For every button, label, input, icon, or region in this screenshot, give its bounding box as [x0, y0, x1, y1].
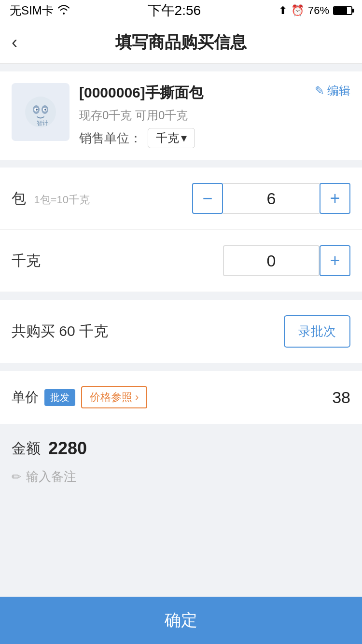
- kg-row: 千克 +: [0, 230, 362, 292]
- quantity-section: 包 1包=10千克 − + 千克 +: [0, 168, 362, 292]
- page-title: 填写商品购买信息: [115, 31, 247, 54]
- unit-label: 销售单位：: [79, 130, 142, 147]
- svg-point-6: [44, 109, 46, 111]
- product-image: 智计: [12, 83, 70, 141]
- unit-select[interactable]: 千克 ▾: [148, 128, 195, 148]
- price-label: 单价 批发 价格参照 ›: [12, 386, 147, 408]
- price-value: 38: [332, 388, 350, 407]
- edit-button[interactable]: ✎ 编辑: [315, 83, 350, 98]
- amount-section: 金额 2280 ✏ 输入备注: [0, 424, 362, 495]
- svg-point-5: [36, 109, 38, 111]
- status-right: ⬆ ⏰ 76%: [278, 4, 352, 17]
- location-icon: ⬆: [278, 4, 287, 17]
- bao-row: 包 1包=10千克 − +: [0, 168, 362, 230]
- product-card: 智计 [0000006]手撕面包 现存0千克 可用0千克 销售单位： 千克 ▾ …: [0, 71, 362, 160]
- product-unit-row: 销售单位： 千克 ▾: [79, 128, 350, 148]
- bao-increment-button[interactable]: +: [320, 183, 350, 214]
- status-left: 无SIM卡: [10, 3, 70, 18]
- svg-text:智计: 智计: [37, 120, 48, 126]
- price-section: 单价 批发 价格参照 › 38: [0, 371, 362, 424]
- product-stock: 现存0千克 可用0千克: [79, 108, 350, 123]
- note-label[interactable]: 输入备注: [26, 468, 76, 485]
- bao-control: − +: [192, 183, 350, 214]
- pencil-icon: ✏: [12, 470, 21, 484]
- product-info: [0000006]手撕面包 现存0千克 可用0千克 销售单位： 千克 ▾: [79, 83, 350, 148]
- status-bar: 无SIM卡 下午2:56 ⬆ ⏰ 76%: [0, 0, 362, 21]
- status-time: 下午2:56: [148, 1, 201, 20]
- wifi-icon: [57, 4, 70, 17]
- bao-input[interactable]: [223, 183, 320, 214]
- amount-row: 金额 2280: [12, 438, 350, 459]
- confirm-button[interactable]: 确定: [0, 597, 362, 644]
- price-badge: 批发: [44, 389, 75, 406]
- bao-label: 包 1包=10千克: [12, 189, 192, 209]
- alarm-icon: ⏰: [291, 4, 304, 17]
- product-name: [0000006]手撕面包: [79, 83, 350, 103]
- price-reference-button[interactable]: 价格参照 ›: [81, 386, 147, 408]
- summary-row: 共购买 60 千克 录批次: [0, 300, 362, 363]
- nav-bar: ‹ 填写商品购买信息: [0, 21, 362, 64]
- kg-increment-button[interactable]: +: [320, 245, 350, 276]
- battery-icon: [333, 6, 352, 15]
- note-row[interactable]: ✏ 输入备注: [12, 468, 350, 485]
- carrier-label: 无SIM卡: [10, 3, 54, 18]
- price-row: 单价 批发 价格参照 › 38: [12, 386, 350, 408]
- edit-icon: ✎: [315, 84, 324, 98]
- summary-text: 共购买 60 千克: [12, 322, 108, 341]
- kg-control: +: [223, 245, 350, 276]
- back-button[interactable]: ‹: [12, 32, 17, 53]
- batch-button[interactable]: 录批次: [284, 315, 350, 348]
- kg-input[interactable]: [223, 245, 320, 276]
- amount-value: 2280: [48, 438, 87, 459]
- kg-label: 千克: [12, 251, 223, 271]
- bao-hint: 1包=10千克: [34, 194, 90, 206]
- battery-percent: 76%: [308, 4, 329, 17]
- bao-decrement-button[interactable]: −: [192, 183, 223, 214]
- amount-label: 金额: [12, 439, 41, 459]
